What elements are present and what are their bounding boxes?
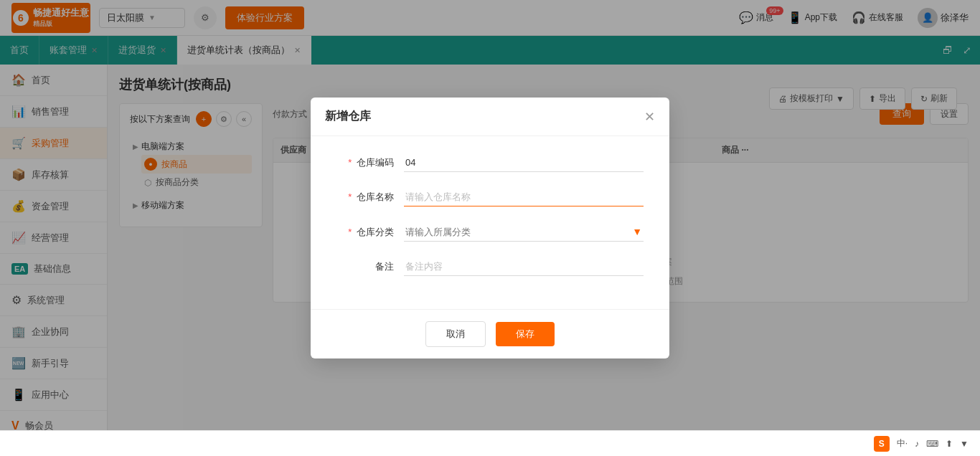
code-required-marker: * xyxy=(348,157,352,168)
form-row-name: * 仓库名称 xyxy=(336,188,644,206)
name-required-marker: * xyxy=(348,191,352,202)
code-label: * 仓库编码 xyxy=(336,156,394,169)
modal-overlay: 新增仓库 ✕ * 仓库编码 * 仓库名称 xyxy=(0,0,980,456)
name-label: * 仓库名称 xyxy=(336,191,394,204)
modal-header: 新增仓库 ✕ xyxy=(311,98,669,136)
category-label: * 仓库分类 xyxy=(336,226,394,239)
new-warehouse-modal: 新增仓库 ✕ * 仓库编码 * 仓库名称 xyxy=(311,98,669,358)
warehouse-code-input[interactable] xyxy=(404,153,644,172)
modal-body: * 仓库编码 * 仓库名称 * 仓库分类 xyxy=(311,136,669,309)
s-logo-icon: S xyxy=(874,436,890,452)
form-row-remark: 备注 xyxy=(336,257,644,276)
bottom-upload-button[interactable]: ⬆ xyxy=(946,439,953,449)
remark-input[interactable] xyxy=(404,257,644,276)
form-row-code: * 仓库编码 xyxy=(336,153,644,172)
warehouse-name-input[interactable] xyxy=(404,188,644,206)
modal-title: 新增仓库 xyxy=(325,109,371,124)
bottom-keyboard-button[interactable]: ⌨ xyxy=(926,439,938,449)
modal-close-button[interactable]: ✕ xyxy=(644,110,655,123)
form-row-category: * 仓库分类 ▼ xyxy=(336,222,644,242)
bottom-audio-button[interactable]: ♪ xyxy=(915,439,919,449)
save-button[interactable]: 保存 xyxy=(496,322,555,346)
bottom-logo: S xyxy=(874,436,890,452)
bottom-expand-button[interactable]: ▼ xyxy=(960,439,969,449)
modal-footer: 取消 保存 xyxy=(311,309,669,358)
category-input[interactable] xyxy=(405,227,632,237)
cancel-button[interactable]: 取消 xyxy=(425,321,486,347)
remark-label: 备注 xyxy=(336,260,394,273)
category-required-marker: * xyxy=(348,227,352,237)
category-select-wrap[interactable]: ▼ xyxy=(404,222,644,242)
bottom-language-button[interactable]: 中· xyxy=(897,437,908,450)
bottombar: S 中· ♪ ⌨ ⬆ ▼ xyxy=(0,430,980,456)
category-dropdown-icon[interactable]: ▼ xyxy=(632,226,642,237)
